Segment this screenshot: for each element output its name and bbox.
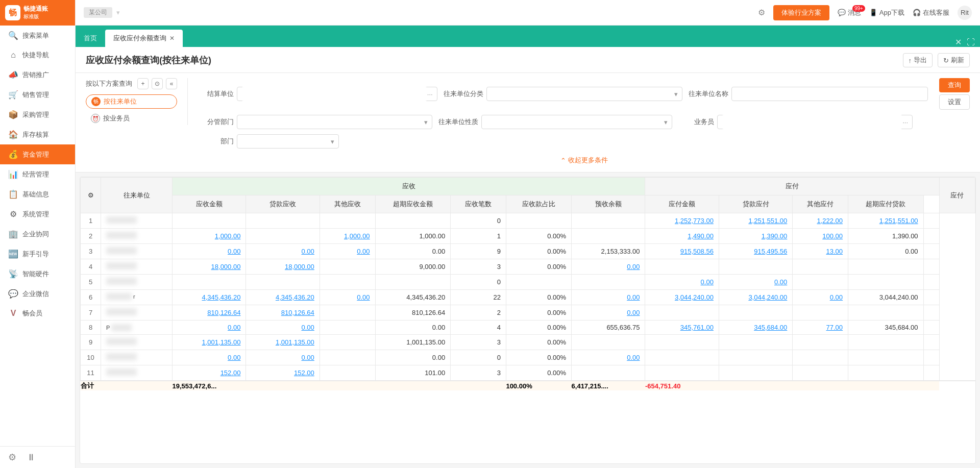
footer-ap-other — [793, 381, 848, 390]
sidebar-item-guide[interactable]: 🆕 新手引导 — [0, 244, 75, 264]
partner-blurred — [106, 247, 137, 254]
filter-collapse-btn[interactable]: ⌃ 收起更多条件 — [198, 154, 970, 167]
th-ap-amount: 应付金额 — [645, 195, 719, 213]
sidebar-collapse-icon[interactable]: ⏸ — [27, 452, 36, 463]
sidebar-item-member[interactable]: V 畅会员 — [0, 304, 75, 323]
cell-prepay — [572, 335, 645, 350]
app-download-button[interactable]: 📱 App下载 — [869, 8, 904, 17]
partner-blurred — [106, 368, 137, 376]
cell-ap-overdue: 3,044,240.00 — [848, 290, 924, 305]
sidebar-item-hardware[interactable]: 📡 智能硬件 — [0, 264, 75, 284]
cell-prepay — [572, 213, 645, 229]
sidebar-item-system[interactable]: ⚙ 系统管理 — [0, 204, 75, 224]
cell-partner: r — [101, 290, 173, 305]
cell-ap-overdue: 0.00 — [848, 244, 924, 259]
sidebar-item-label: 系统管理 — [22, 210, 49, 219]
scheme-settings-btn[interactable]: ⊙ — [152, 78, 163, 89]
sidebar-settings-icon[interactable]: ⚙ — [8, 452, 16, 463]
refresh-label: 刷新 — [951, 56, 964, 65]
cell-ar-overdue: 101.00 — [375, 365, 451, 381]
cell-ap-loan — [719, 350, 792, 365]
tab-ar-ap[interactable]: 应收应付余额查询 ✕ — [105, 30, 183, 47]
logo-icon: 畅 — [5, 5, 20, 20]
cell-partner — [101, 350, 173, 365]
export-icon: ↑ — [909, 57, 912, 64]
cell-ar-loan — [246, 275, 320, 290]
sidebar-item-weixin[interactable]: 💬 企业微信 — [0, 284, 75, 304]
cell-ar-loan: 810,126.64 — [246, 305, 320, 321]
sidebar-item-shortcut[interactable]: ⌂ 快捷导航 — [0, 45, 75, 65]
cell-ar-other: 0.00 — [320, 290, 375, 305]
cell-ap-other: 0.00 — [793, 290, 848, 305]
cell-ap-other: 1,222.00 — [793, 213, 848, 229]
online-service-button[interactable]: 🎧 在线客服 — [913, 8, 949, 17]
page-header-actions: ↑ 导出 ↻ 刷新 — [903, 53, 970, 67]
ap-overdue-link[interactable]: 1,251,551.00 — [879, 217, 918, 225]
cell-ar-count: 3 — [451, 365, 506, 381]
partner-type-select[interactable]: ▾ — [486, 87, 683, 101]
setting-button[interactable]: 设置 — [939, 94, 970, 110]
table-container[interactable]: ⚙ 往来单位 应收 应付 应付 应收金额 贷款应收 其他应收 超期应收金额 应收… — [80, 177, 976, 464]
header-gear-icon[interactable]: ⚙ — [758, 8, 765, 17]
tab-close-all-icon[interactable]: ✕ — [955, 37, 962, 47]
cell-ar-other: 0.00 — [320, 244, 375, 259]
sidebar-item-management[interactable]: 📊 经营管理 — [0, 164, 75, 184]
cell-ap-other — [793, 335, 848, 350]
settings-col-icon[interactable]: ⚙ — [88, 191, 94, 199]
cell-ar-overdue: 4,345,436.20 — [375, 290, 451, 305]
weixin-icon: 💬 — [8, 289, 18, 299]
solution-button[interactable]: 体验行业方案 — [773, 5, 829, 20]
tab-close-icon[interactable]: ✕ — [169, 35, 175, 42]
sidebar-item-enterprise[interactable]: 🏢 企业协同 — [0, 224, 75, 244]
table-row: 2 1,000.00 1,000.00 1,000.00 1 0.00% 1,4… — [81, 229, 975, 244]
notification-icon: 💬 — [838, 9, 846, 16]
partner-nature-select[interactable]: ▾ — [481, 115, 673, 129]
cell-ar-overdue — [375, 275, 451, 290]
ap-other-link[interactable]: 1,222.00 — [817, 217, 843, 225]
sidebar-item-finance[interactable]: 💰 资金管理 — [0, 144, 75, 164]
cell-ar-count: 0 — [451, 275, 506, 290]
scheme-option-staff[interactable]: ⏰ 按业务员 — [86, 112, 177, 125]
partner-name-input[interactable] — [731, 87, 928, 101]
tab-home[interactable]: 首页 — [76, 30, 105, 47]
ap-loan-link[interactable]: 1,251,551.00 — [748, 217, 787, 225]
cell-ar-ratio: 0.00% — [506, 229, 571, 244]
sidebar-item-marketing[interactable]: 📣 营销推广 — [0, 65, 75, 85]
settlement-dots[interactable]: ··· — [427, 90, 433, 98]
sidebar-item-search[interactable]: 🔍 搜索菜单 — [0, 26, 75, 45]
settlement-input[interactable] — [241, 87, 427, 101]
notification-button[interactable]: 💬 消息 99+ — [838, 8, 861, 17]
cell-ar-count: 1 — [451, 229, 506, 244]
sidebar-item-base[interactable]: 📋 基础信息 — [0, 184, 75, 204]
scheme-collapse-btn[interactable]: « — [166, 78, 177, 89]
query-button[interactable]: 查询 — [939, 78, 970, 92]
footer-ap-extra — [923, 381, 939, 390]
th-ar-other: 其他应收 — [320, 195, 375, 213]
sidebar-item-inventory[interactable]: 🏠 库存核算 — [0, 125, 75, 144]
refresh-button[interactable]: ↻ 刷新 — [938, 53, 970, 67]
salesman-dots[interactable]: ··· — [902, 118, 908, 126]
sidebar-item-sales[interactable]: 🛒 销售管理 — [0, 85, 75, 105]
export-button[interactable]: ↑ 导出 — [903, 53, 933, 67]
tab-expand-icon[interactable]: ⛶ — [967, 38, 975, 47]
guide-icon: 🆕 — [8, 249, 18, 259]
sidebar-logo: 畅 畅捷通账 标准版 — [0, 0, 75, 26]
table-row: 7 810,126.64 810,126.64 810,126.64 2 0.0… — [81, 305, 975, 321]
sidebar-menu: 🔍 搜索菜单 ⌂ 快捷导航 📣 营销推广 🛒 销售管理 📦 采购管理 🏠 库存核… — [0, 26, 75, 446]
table-row: 10 0.00 0.00 0.00 0 0.00% 0.00 — [81, 350, 975, 365]
salesman-input-wrapper[interactable]: ··· — [717, 115, 913, 129]
filter-scheme-row: 按以下方案查询 + ⊙ « — [86, 78, 177, 89]
scheme-option-partner[interactable]: 畅 按往来单位 — [86, 94, 177, 109]
settlement-input-wrapper[interactable]: ··· — [237, 87, 437, 101]
partner-blurred — [106, 262, 137, 269]
cell-ar-count: 3 — [451, 259, 506, 275]
salesman-input[interactable] — [722, 115, 902, 129]
user-avatar[interactable]: Rit — [958, 6, 972, 20]
cell-prepay: 0.00 — [572, 350, 645, 365]
dept-select[interactable]: ▾ — [237, 115, 432, 129]
filter-row-3: 部门 ▾ — [198, 134, 970, 149]
scheme-add-btn[interactable]: + — [137, 78, 149, 89]
sidebar-item-purchase[interactable]: 📦 采购管理 — [0, 105, 75, 125]
ap-amount-link[interactable]: 1,252,773.00 — [675, 217, 714, 225]
department-select[interactable]: ▾ — [237, 134, 339, 149]
